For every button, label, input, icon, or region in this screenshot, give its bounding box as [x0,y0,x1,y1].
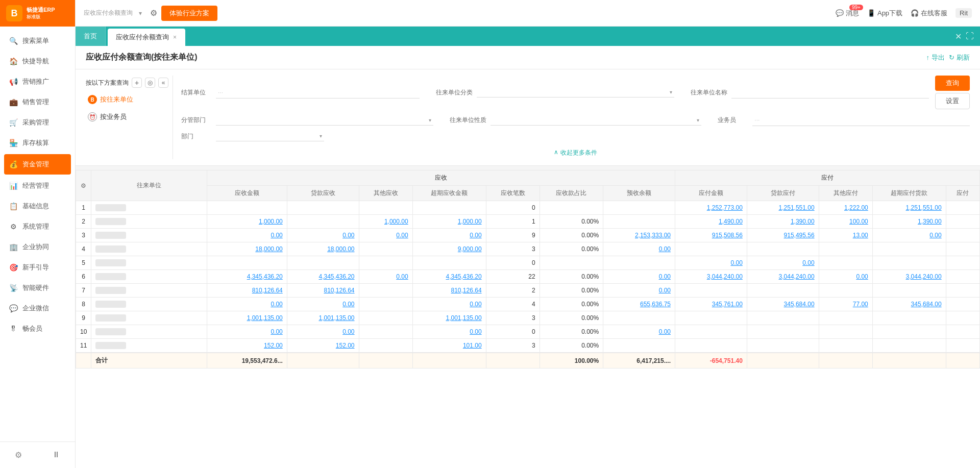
query-button[interactable]: 查询 [935,76,970,91]
settings-scheme-btn[interactable]: ◎ [145,78,155,88]
data-cell[interactable]: 0.00 [287,229,359,242]
data-cell[interactable]: 1,222.00 [819,201,872,215]
data-cell[interactable]: 655,636.75 [603,298,675,311]
data-cell[interactable]: 18,000.00 [287,242,359,256]
data-cell[interactable]: 1,390.00 [747,215,819,229]
data-cell[interactable]: 0.00 [207,229,287,242]
user-profile[interactable]: Rit [955,8,972,18]
tab-home[interactable]: 首页 [76,27,106,46]
export-button[interactable]: ↑ 导出 [926,53,945,62]
data-cell[interactable]: 9,000.00 [412,242,486,256]
data-cell[interactable]: 0.00 [287,298,359,311]
add-scheme-btn[interactable]: + [132,78,142,88]
data-cell[interactable]: 1,251,551.00 [872,201,946,215]
data-cell[interactable]: 1,000.00 [412,215,486,229]
sidebar-item-guide[interactable]: 🎯 新手引导 [0,257,75,278]
data-cell[interactable]: 1,001,135.00 [287,311,359,325]
data-cell[interactable]: 0.00 [603,325,675,339]
sidebar-item-quick-nav[interactable]: 🏠 快捷导航 [0,51,75,71]
query-type-by-unit[interactable]: B 按往来单位 [86,92,168,107]
sidebar-item-sales[interactable]: 💼 销售管理 [0,92,75,112]
data-cell[interactable]: 0.00 [287,325,359,339]
data-cell[interactable]: 1,252,773.00 [675,201,747,215]
data-cell[interactable]: 0.00 [412,325,486,339]
data-cell[interactable]: 1,390.00 [872,215,946,229]
data-cell[interactable]: 3,044,240.00 [872,270,946,284]
data-cell[interactable]: 0.00 [603,242,675,256]
app-download-button[interactable]: 📱 App下载 [867,9,902,18]
table-settings-col[interactable]: ⚙ [76,170,91,201]
tab-close-all-icon[interactable]: ✕ [955,32,962,41]
data-cell[interactable]: 4,345,436.20 [412,270,486,284]
sidebar-item-wechat[interactable]: 💬 企业微信 [0,298,75,318]
data-cell[interactable]: 0.00 [412,229,486,242]
sidebar-item-system[interactable]: ⚙ 系统管理 [0,216,75,237]
refresh-button[interactable]: ↻ 刷新 [949,53,970,62]
partner-category-input[interactable]: ▾ [477,87,674,97]
data-cell[interactable]: 0.00 [412,298,486,311]
message-button[interactable]: 💬 消息 99+ [836,9,859,18]
collapse-scheme-btn[interactable]: « [158,78,168,88]
department-input[interactable]: ▾ [216,131,324,141]
dept-manager-input[interactable]: ▾ [216,115,433,126]
data-cell[interactable]: 0.00 [872,229,946,242]
data-cell[interactable]: 0.00 [819,270,872,284]
sidebar-item-marketing[interactable]: 📢 营销推广 [0,71,75,92]
topbar-gear-icon[interactable]: ⚙ [150,8,157,18]
data-cell[interactable]: 810,126.64 [207,284,287,298]
sidebar-item-search-menu[interactable]: 🔍 搜索菜单 [0,31,75,51]
data-cell[interactable]: 345,684.00 [872,298,946,311]
data-cell[interactable]: 1,490.00 [675,215,747,229]
collapse-sidebar-btn[interactable]: ⏸ [48,448,64,462]
data-cell[interactable]: 4,345,436.20 [287,270,359,284]
sidebar-item-operations[interactable]: 📊 经营管理 [0,176,75,196]
tab-fullscreen-icon[interactable]: ⛶ [966,32,974,41]
sidebar-item-hardware[interactable]: 📡 智能硬件 [0,278,75,298]
data-cell[interactable]: 0.00 [359,229,412,242]
data-cell[interactable]: 0.00 [603,270,675,284]
sidebar-item-finance[interactable]: 💰 资金管理 [4,154,71,175]
data-cell[interactable]: 100.00 [819,215,872,229]
data-cell[interactable]: 3,044,240.00 [747,270,819,284]
settlement-unit-input[interactable]: ··· [216,87,420,98]
settings-footer-btn[interactable]: ⚙ [11,448,26,462]
data-cell[interactable]: 810,126.64 [412,284,486,298]
data-cell[interactable]: 1,000.00 [359,215,412,229]
data-cell[interactable]: 0.00 [603,284,675,298]
sidebar-item-enterprise[interactable]: 🏢 企业协同 [0,237,75,257]
collapse-filter-btn[interactable]: ∧ 收起更多条件 [181,146,970,159]
data-cell[interactable]: 1,001,135.00 [207,311,287,325]
data-cell[interactable]: 152.00 [207,339,287,353]
partner-nature-input[interactable]: ▾ [491,115,702,126]
data-cell[interactable]: 18,000.00 [207,242,287,256]
data-cell[interactable]: 3,044,240.00 [675,270,747,284]
data-cell[interactable]: 915,508.56 [675,229,747,242]
data-cell[interactable]: 0.00 [207,298,287,311]
data-cell[interactable]: 101.00 [412,339,486,353]
data-cell[interactable]: 0.00 [359,270,412,284]
partner-name-input[interactable] [731,87,929,98]
online-service-button[interactable]: 🎧 在线客服 [911,9,947,18]
query-type-by-staff[interactable]: ⏰ 按业务员 [86,109,168,125]
sidebar-item-warehouse[interactable]: 🏪 库存核算 [0,133,75,153]
data-cell[interactable]: 13.00 [819,229,872,242]
data-cell[interactable]: 2,153,333.00 [603,229,675,242]
solution-button[interactable]: 体验行业方案 [161,6,217,21]
data-cell[interactable]: 0.00 [747,256,819,270]
data-cell[interactable]: 152.00 [287,339,359,353]
data-cell[interactable]: 4,345,436.20 [207,270,287,284]
data-cell[interactable]: 1,000.00 [207,215,287,229]
data-cell[interactable]: 915,495.56 [747,229,819,242]
tab-ar-ap[interactable]: 应收应付余额查询 × [108,29,185,46]
tab-close-icon[interactable]: × [173,34,177,41]
data-cell[interactable]: 1,001,135.00 [412,311,486,325]
sidebar-item-purchase[interactable]: 🛒 采购管理 [0,112,75,133]
sidebar-item-member[interactable]: 🎖 畅会员 [0,318,75,339]
data-cell[interactable]: 810,126.64 [287,284,359,298]
salesperson-input[interactable]: ··· [752,114,970,126]
data-cell[interactable]: 0.00 [207,325,287,339]
settings-button[interactable]: 设置 [935,93,970,109]
sidebar-item-basic-info[interactable]: 📋 基础信息 [0,196,75,216]
data-cell[interactable]: 1,251,551.00 [747,201,819,215]
topbar-dropdown-icon[interactable]: ▾ [139,10,142,17]
